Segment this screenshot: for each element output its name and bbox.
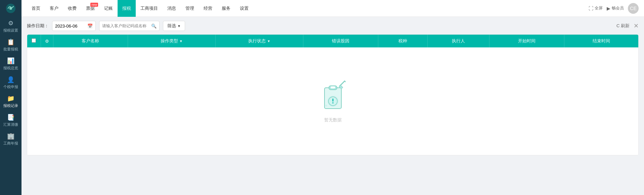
chevron-down-icon: ▼ bbox=[177, 24, 181, 28]
search-box[interactable]: 🔍 bbox=[99, 21, 160, 31]
calc-payment-icon: 📑 bbox=[7, 114, 14, 121]
table-header: ⚙ 客户名称 操作类型 ▼ 执行状态 ▼ bbox=[27, 35, 638, 47]
nav-management[interactable]: 管理 bbox=[181, 0, 199, 17]
th-checkbox[interactable] bbox=[27, 35, 41, 47]
sort-icon: ▼ bbox=[179, 39, 183, 43]
sidebar-item-batch-tax[interactable]: 📋 批量报税 bbox=[0, 36, 22, 54]
fullscreen-icon: ⛶ bbox=[589, 6, 593, 11]
nav-items: 首页 客户 收费 票据 new 记账 报税 工商项目 消息 bbox=[27, 0, 589, 17]
th-executor: 执行人 bbox=[427, 35, 489, 47]
filter-button[interactable]: 筛选 ▼ bbox=[163, 21, 185, 31]
nav-operations[interactable]: 经营 bbox=[199, 0, 217, 17]
empty-state: 暂无数据 bbox=[27, 47, 638, 155]
nav-tickets[interactable]: 票据 new bbox=[81, 0, 99, 17]
sidebar-item-label: 报税总览 bbox=[3, 66, 18, 71]
fullscreen-button[interactable]: ⛶ 全屏 bbox=[589, 5, 603, 11]
sidebar-item-label: 批量报税 bbox=[3, 47, 18, 52]
member-icon: ▶ bbox=[607, 6, 610, 11]
main-wrapper: 首页 客户 收费 票据 new 记账 报税 工商项目 消息 bbox=[22, 0, 644, 195]
top-nav: 首页 客户 收费 票据 new 记账 报税 工商项目 消息 bbox=[22, 0, 644, 17]
sidebar-item-tax-settings[interactable]: ⚙ 报税设置 bbox=[0, 17, 22, 36]
toolbar: 操作日期： 📅 🔍 筛选 ▼ C 刷新 ✕ bbox=[27, 21, 639, 31]
individual-tax-icon: 👤 bbox=[7, 76, 14, 83]
svg-rect-6 bbox=[331, 86, 335, 88]
sidebar-item-annual-report[interactable]: 🏢 工商年报 bbox=[0, 130, 22, 149]
search-input[interactable] bbox=[102, 24, 149, 28]
sidebar-item-label: 工商年报 bbox=[3, 141, 18, 146]
tax-settings-icon: ⚙ bbox=[8, 20, 13, 27]
annual-report-icon: 🏢 bbox=[7, 132, 14, 140]
date-input-field[interactable] bbox=[55, 24, 85, 29]
svg-point-12 bbox=[340, 107, 341, 109]
empty-illustration bbox=[319, 79, 346, 113]
th-error-reason: 错误股因 bbox=[303, 35, 378, 47]
nav-business[interactable]: 工商项目 bbox=[136, 0, 163, 17]
nav-messages[interactable]: 消息 bbox=[163, 0, 181, 17]
member-button[interactable]: ▶ 畅会员 bbox=[607, 5, 624, 11]
svg-point-10 bbox=[332, 102, 334, 104]
sort-icon: ▼ bbox=[267, 39, 270, 43]
page-content: 操作日期： 📅 🔍 筛选 ▼ C 刷新 ✕ bbox=[22, 17, 644, 195]
svg-line-3 bbox=[345, 81, 346, 82]
nav-services[interactable]: 服务 bbox=[217, 0, 235, 17]
gear-icon: ⚙ bbox=[45, 39, 49, 44]
avatar[interactable]: CE bbox=[628, 3, 639, 14]
refresh-label: C 刷新 bbox=[616, 23, 630, 29]
th-exec-status[interactable]: 执行状态 ▼ bbox=[216, 35, 303, 47]
tax-records-icon: 📁 bbox=[7, 95, 14, 102]
tax-summary-icon: 📊 bbox=[7, 57, 14, 65]
nav-tax[interactable]: 报税 bbox=[118, 0, 136, 17]
th-end-time: 结束时间 bbox=[564, 35, 638, 47]
sidebar-item-tax-records[interactable]: 📁 报税记录 bbox=[0, 92, 22, 111]
nav-billing[interactable]: 收费 bbox=[63, 0, 81, 17]
sidebar-item-label: 汇算清缴 bbox=[3, 122, 18, 127]
select-all-checkbox[interactable] bbox=[32, 38, 36, 43]
sidebar-item-individual-tax[interactable]: 👤 个税申报 bbox=[0, 73, 22, 92]
sidebar-item-label: 报税记录 bbox=[3, 103, 18, 108]
nav-customers[interactable]: 客户 bbox=[45, 0, 63, 17]
empty-text: 暂无数据 bbox=[324, 117, 342, 123]
data-table-container: ⚙ 客户名称 操作类型 ▼ 执行状态 ▼ bbox=[27, 34, 639, 155]
sidebar-item-label: 报税设置 bbox=[3, 28, 18, 33]
th-tax-type: 税种 bbox=[378, 35, 427, 47]
batch-tax-icon: 📋 bbox=[7, 38, 14, 46]
date-picker[interactable]: 📅 bbox=[52, 21, 96, 31]
data-table: ⚙ 客户名称 操作类型 ▼ 执行状态 ▼ bbox=[27, 35, 638, 47]
sidebar-item-tax-summary[interactable]: 📊 报税总览 bbox=[0, 54, 22, 73]
svg-point-11 bbox=[325, 105, 327, 107]
sidebar: ⚙ 报税设置 📋 批量报税 📊 报税总览 👤 个税申报 📁 报税记录 📑 汇算清… bbox=[0, 0, 22, 195]
top-nav-right: ⛶ 全屏 ▶ 畅会员 CE bbox=[589, 3, 639, 14]
nav-settings[interactable]: 设置 bbox=[235, 0, 253, 17]
search-icon: 🔍 bbox=[151, 24, 157, 29]
nav-accounting[interactable]: 记账 bbox=[99, 0, 118, 17]
sidebar-item-calc-payment[interactable]: 📑 汇算清缴 bbox=[0, 111, 22, 130]
refresh-button[interactable]: C 刷新 bbox=[616, 23, 630, 29]
th-start-time: 开始时间 bbox=[489, 35, 564, 47]
svg-point-1 bbox=[9, 7, 12, 10]
sidebar-item-label: 个税申报 bbox=[3, 84, 18, 89]
app-logo[interactable] bbox=[0, 0, 22, 17]
close-button[interactable]: ✕ bbox=[634, 23, 639, 29]
filter-label: 筛选 bbox=[167, 23, 176, 29]
th-gear[interactable]: ⚙ bbox=[41, 35, 53, 47]
new-badge: new bbox=[90, 3, 98, 7]
th-operation-type[interactable]: 操作类型 ▼ bbox=[128, 35, 215, 47]
svg-rect-9 bbox=[332, 99, 333, 102]
toolbar-right: C 刷新 ✕ bbox=[616, 23, 639, 29]
nav-home[interactable]: 首页 bbox=[27, 0, 45, 17]
date-label: 操作日期： bbox=[27, 23, 49, 29]
calendar-icon: 📅 bbox=[87, 24, 93, 29]
th-customer-name: 客户名称 bbox=[53, 35, 128, 47]
